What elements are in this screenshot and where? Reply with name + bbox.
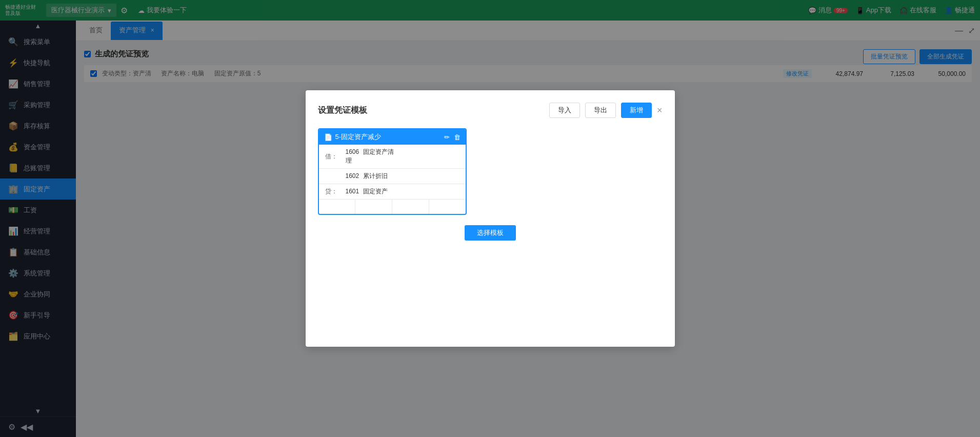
template-card-body: 借： 1606 固定资产清理 1602 累计折旧	[319, 145, 466, 214]
empty-row-1	[319, 200, 466, 214]
dialog-overlay: 设置凭证模板 导入 导出 新增 × 📄 5-固定资产减少 ✏ 🗑	[0, 0, 980, 437]
entry-account-2: 1601 固定资产	[346, 187, 398, 196]
delete-icon[interactable]: 🗑	[454, 133, 461, 141]
entry-type-0: 借：	[325, 152, 346, 161]
dialog-toolbar: 导入 导出 新增 ×	[549, 103, 663, 118]
document-icon: 📄	[324, 133, 332, 141]
template-card-header: 📄 5-固定资产减少 ✏ 🗑	[319, 129, 466, 145]
select-template-button[interactable]: 选择模板	[465, 225, 516, 241]
template-entry-1: 1602 累计折旧	[319, 169, 466, 184]
entry-account-1: 1602 累计折旧	[346, 172, 398, 181]
entry-type-2: 贷：	[325, 187, 346, 196]
template-card: 📄 5-固定资产减少 ✏ 🗑 借： 1606 固定资产清理	[318, 128, 467, 215]
template-card-title: 📄 5-固定资产减少	[324, 132, 382, 142]
new-template-button[interactable]: 新增	[621, 103, 652, 118]
import-button[interactable]: 导入	[549, 103, 580, 118]
template-entry-2: 贷： 1601 固定资产	[319, 184, 466, 200]
entry-code-0: 1606 固定资产清理	[346, 148, 398, 165]
template-card-actions: ✏ 🗑	[444, 133, 461, 141]
edit-icon[interactable]: ✏	[444, 133, 450, 141]
dialog-header: 设置凭证模板 导入 导出 新增 ×	[318, 103, 663, 118]
export-button[interactable]: 导出	[585, 103, 616, 118]
dialog-close-button[interactable]: ×	[657, 103, 663, 118]
template-empty-rows	[319, 200, 466, 214]
dialog-title: 设置凭证模板	[318, 105, 367, 116]
dialog: 设置凭证模板 导入 导出 新增 × 📄 5-固定资产减少 ✏ 🗑	[306, 90, 675, 347]
template-entry-0: 借： 1606 固定资产清理	[319, 145, 466, 169]
